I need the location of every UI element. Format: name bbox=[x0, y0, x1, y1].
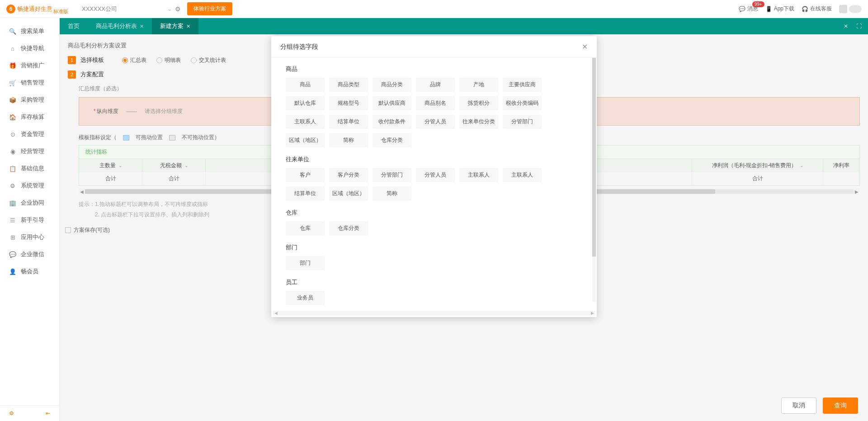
field-chip[interactable]: 简称 bbox=[329, 133, 368, 147]
field-chip[interactable]: 仓库分类 bbox=[373, 133, 411, 147]
field-chip[interactable]: 商品别名 bbox=[416, 96, 455, 110]
field-chip[interactable]: 商品类型 bbox=[329, 78, 368, 92]
field-chip[interactable]: 往来单位分类 bbox=[459, 115, 498, 129]
field-chip[interactable]: 区域（地区） bbox=[329, 187, 368, 201]
group-field-modal: 分组待选字段 ✕ 商品商品商品类型商品分类品牌产地主要供应商默认仓库规格型号默认… bbox=[271, 36, 597, 317]
field-chip[interactable]: 结算单位 bbox=[329, 115, 368, 129]
field-group-2: 仓库仓库仓库分类 bbox=[286, 209, 582, 235]
field-chip[interactable]: 主联系人 bbox=[503, 168, 542, 182]
field-chip[interactable]: 主要供应商 bbox=[503, 78, 542, 92]
field-chip[interactable]: 税收分类编码 bbox=[503, 96, 542, 110]
field-chip[interactable]: 拣货积分 bbox=[459, 96, 498, 110]
chip-row: 仓库仓库分类 bbox=[286, 221, 582, 235]
field-chip[interactable]: 商品 bbox=[286, 78, 325, 92]
field-group-3: 部门部门 bbox=[286, 243, 582, 270]
chip-row: 商品商品类型商品分类品牌产地主要供应商默认仓库规格型号默认供应商商品别名拣货积分… bbox=[286, 78, 582, 147]
modal-header: 分组待选字段 ✕ bbox=[271, 36, 597, 58]
field-chip[interactable]: 默认供应商 bbox=[373, 96, 411, 110]
modal-title: 分组待选字段 bbox=[280, 43, 318, 51]
field-chip[interactable]: 主联系人 bbox=[286, 115, 325, 129]
field-chip[interactable]: 默认仓库 bbox=[286, 96, 325, 110]
field-chip[interactable]: 品牌 bbox=[416, 78, 455, 92]
field-group-0: 商品商品商品类型商品分类品牌产地主要供应商默认仓库规格型号默认供应商商品别名拣货… bbox=[286, 65, 582, 147]
field-group-title: 商品 bbox=[286, 65, 582, 73]
field-group-title: 仓库 bbox=[286, 209, 582, 217]
field-chip[interactable]: 产地 bbox=[459, 78, 498, 92]
field-chip[interactable]: 分管人员 bbox=[416, 168, 455, 182]
field-chip[interactable]: 客户 bbox=[286, 168, 325, 182]
modal-hscroll[interactable]: ◀▶ bbox=[273, 311, 595, 315]
field-chip[interactable]: 收付款条件 bbox=[373, 115, 411, 129]
field-chip[interactable]: 分管人员 bbox=[416, 115, 455, 129]
field-chip[interactable]: 结算单位 bbox=[286, 187, 325, 201]
field-chip[interactable]: 仓库分类 bbox=[329, 221, 368, 235]
field-group-1: 往来单位客户客户分类分管部门分管人员主联系人主联系人结算单位区域（地区）简称 bbox=[286, 155, 582, 201]
modal-vscroll[interactable] bbox=[592, 58, 596, 302]
field-group-4: 员工业务员 bbox=[286, 278, 582, 305]
field-chip[interactable]: 区域（地区） bbox=[286, 133, 325, 147]
chip-row: 业务员 bbox=[286, 291, 582, 305]
field-chip[interactable]: 仓库 bbox=[286, 221, 325, 235]
field-chip[interactable]: 业务员 bbox=[286, 291, 325, 305]
field-group-title: 员工 bbox=[286, 278, 582, 286]
field-group-title: 往来单位 bbox=[286, 155, 582, 164]
field-chip[interactable]: 部门 bbox=[286, 256, 325, 270]
close-icon[interactable]: ✕ bbox=[582, 42, 588, 51]
field-chip[interactable]: 商品分类 bbox=[373, 78, 411, 92]
chip-row: 部门 bbox=[286, 256, 582, 270]
modal-body: 商品商品商品类型商品分类品牌产地主要供应商默认仓库规格型号默认供应商商品别名拣货… bbox=[271, 58, 597, 311]
field-chip[interactable]: 分管部门 bbox=[373, 168, 411, 182]
chip-row: 客户客户分类分管部门分管人员主联系人主联系人结算单位区域（地区）简称 bbox=[286, 168, 582, 201]
field-chip[interactable]: 规格型号 bbox=[329, 96, 368, 110]
field-chip[interactable]: 分管部门 bbox=[503, 115, 542, 129]
field-chip[interactable]: 客户分类 bbox=[329, 168, 368, 182]
field-group-title: 部门 bbox=[286, 243, 582, 252]
field-chip[interactable]: 简称 bbox=[373, 187, 411, 201]
field-chip[interactable]: 主联系人 bbox=[459, 168, 498, 182]
